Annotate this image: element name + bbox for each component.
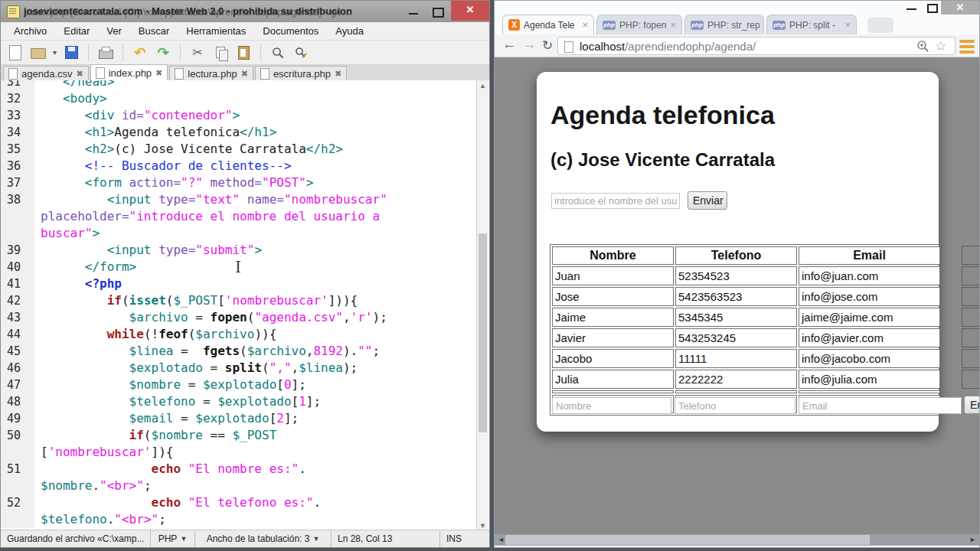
- new-telefono-input[interactable]: [675, 397, 795, 414]
- editor-tab-escritura.php[interactable]: escritura.php✖: [255, 66, 347, 80]
- code-line: placeholder="introduce el nombre del usu…: [1, 208, 477, 225]
- zoom-icon[interactable]: [916, 40, 929, 56]
- line-number: 51: [1, 461, 34, 478]
- editor-vertical-scrollbar[interactable]: ▲ ▼: [476, 80, 488, 531]
- line-number: 48: [1, 393, 34, 410]
- undo-icon[interactable]: ↶: [132, 44, 149, 61]
- table-cell: 5423563523: [675, 287, 797, 306]
- editor-tab-agenda.csv[interactable]: agenda.csv✖: [3, 66, 89, 80]
- bookmark-star-icon[interactable]: ☆: [935, 38, 946, 54]
- horizontal-scrollbar[interactable]: ◄ ►: [495, 534, 979, 546]
- new-file-icon[interactable]: [7, 44, 24, 61]
- code-text: $nombre."<br>";: [34, 478, 152, 494]
- editor-close-button[interactable]: ✕: [451, 1, 489, 21]
- status-tab-width-dropdown[interactable]: Ancho de la tabulación: 3▼: [195, 530, 332, 547]
- editor-titlebar[interactable]: index.php (Disco local (C:) \xampp\htdoc…: [1, 1, 489, 22]
- code-text: <!-- Buscador de clientes-->: [34, 158, 292, 174]
- menu-buscar[interactable]: Buscar: [130, 25, 178, 37]
- empty-cell: [962, 370, 980, 389]
- redo-icon[interactable]: ↷: [155, 44, 172, 61]
- cut-icon[interactable]: ✂: [189, 44, 206, 61]
- browser-maximize-button[interactable]: [927, 4, 938, 13]
- empty-cell: [962, 266, 980, 285]
- browser-tab-PHP: split -[interactable]: phpPHP: split - ×: [766, 15, 857, 34]
- browser-titlebar[interactable]: ✕: [495, 1, 979, 15]
- table-cell: 543253245: [675, 328, 797, 347]
- line-number: [1, 478, 34, 494]
- table-cell: 2222222: [675, 370, 797, 389]
- status-filetype-dropdown[interactable]: PHP▼: [151, 530, 195, 547]
- back-icon[interactable]: ←: [502, 36, 517, 53]
- tab-close-icon[interactable]: ×: [844, 19, 851, 31]
- copy-icon[interactable]: [212, 44, 229, 61]
- menu-documentos[interactable]: Documentos: [254, 25, 327, 37]
- reload-icon[interactable]: ↻: [542, 37, 553, 54]
- code-text: <form action="?" method="POST">: [34, 174, 313, 191]
- table-row: Julia2222222info@julia.com: [552, 370, 940, 389]
- search-icon[interactable]: [270, 44, 286, 61]
- file-icon: [260, 68, 270, 80]
- editor-maximize-button[interactable]: [426, 2, 449, 21]
- scroll-right-icon[interactable]: ►: [969, 536, 976, 543]
- editor-tab-index.php[interactable]: index.php✖: [90, 64, 168, 80]
- tab-close-icon[interactable]: ✖: [155, 68, 162, 78]
- php-favicon: php: [691, 21, 704, 30]
- scroll-left-icon[interactable]: ◄: [498, 536, 505, 543]
- url-text[interactable]: localhost/aprendiendophp/agenda/: [580, 40, 756, 53]
- menu-archivo[interactable]: Archivo: [5, 25, 55, 37]
- editor-tab-lectura.php[interactable]: lectura.php✖: [169, 66, 253, 80]
- browser-tab-Agenda Tele[interactable]: XAgenda Tele×: [502, 15, 594, 34]
- line-number: 32: [1, 90, 34, 107]
- menu-ayuda[interactable]: Ayuda: [327, 25, 372, 37]
- browser-tab-PHP: fopen[interactable]: phpPHP: fopen×: [596, 15, 682, 34]
- table-cell: info@jacobo.com: [799, 349, 940, 368]
- tab-close-icon[interactable]: ✖: [335, 69, 341, 79]
- tab-close-icon[interactable]: ×: [582, 19, 588, 31]
- scroll-up-icon[interactable]: ▲: [477, 82, 488, 90]
- submit-button[interactable]: Enviar: [688, 191, 727, 210]
- tab-close-icon[interactable]: ✖: [77, 69, 83, 79]
- menu-editar[interactable]: Editar: [55, 25, 98, 37]
- scroll-down-icon[interactable]: ▼: [477, 522, 488, 530]
- menu-hamburger-icon[interactable]: [959, 40, 975, 56]
- browser-tab-PHP: str_rep[interactable]: phpPHP: str_rep×: [684, 15, 764, 34]
- save-icon[interactable]: [63, 44, 80, 61]
- paste-icon[interactable]: [235, 44, 252, 61]
- menu-bar: ArchivoEditarVerBuscarHerramientasDocume…: [1, 22, 489, 41]
- open-file-icon[interactable]: [30, 44, 47, 61]
- forward-icon[interactable]: →: [522, 36, 537, 53]
- code-text: if(isset($_POST['nombrebuscar'])){: [34, 292, 358, 309]
- find-replace-icon[interactable]: [292, 44, 309, 61]
- table-header-row: NombreTelefonoEmail: [552, 246, 940, 265]
- tab-close-icon[interactable]: ✖: [241, 69, 248, 79]
- menu-herramientas[interactable]: Herramientas: [178, 25, 254, 37]
- code-text: $explotado = split(",",$linea);: [34, 360, 358, 377]
- code-text: $telefono = $explotado[1];: [34, 393, 321, 410]
- table-cell: Jaime: [552, 308, 674, 327]
- new-nombre-input[interactable]: [552, 397, 671, 414]
- add-row-button[interactable]: Enviar: [964, 396, 980, 414]
- file-icon: [96, 67, 105, 79]
- new-email-input[interactable]: [799, 397, 962, 414]
- editor-minimize-button[interactable]: [402, 2, 425, 21]
- code-lines: 31 </head>32 <body>33 <div id="contenedo…: [1, 80, 477, 528]
- tab-close-icon[interactable]: ×: [670, 19, 676, 31]
- print-icon[interactable]: [97, 44, 114, 61]
- table-row: Jaime5345345jaime@jaime.com: [552, 308, 940, 327]
- table-cell: Javier: [552, 328, 674, 347]
- line-number: 49: [1, 410, 34, 427]
- new-tab-button[interactable]: [867, 18, 893, 33]
- menu-ver[interactable]: Ver: [98, 25, 130, 37]
- code-line: 45 $linea = fgets($archivo,8192)."";: [1, 343, 477, 360]
- code-line: 49 $email = $explotado[2];: [1, 410, 477, 427]
- hscrollbar-thumb[interactable]: [505, 535, 870, 545]
- browser-minimize-button[interactable]: [906, 8, 916, 10]
- editor-scrollbar-thumb[interactable]: [479, 233, 487, 432]
- open-dropdown-icon[interactable]: ▾: [53, 48, 57, 57]
- address-bar[interactable]: localhost/aprendiendophp/agenda/ ☆: [557, 37, 956, 55]
- browser-close-button[interactable]: ✕: [941, 1, 979, 15]
- code-line: 33 <div id="contenedor">: [1, 107, 477, 124]
- search-input[interactable]: [551, 193, 680, 209]
- line-number: 31: [1, 80, 34, 90]
- code-editor[interactable]: 31 </head>32 <body>33 <div id="contenedo…: [1, 80, 477, 531]
